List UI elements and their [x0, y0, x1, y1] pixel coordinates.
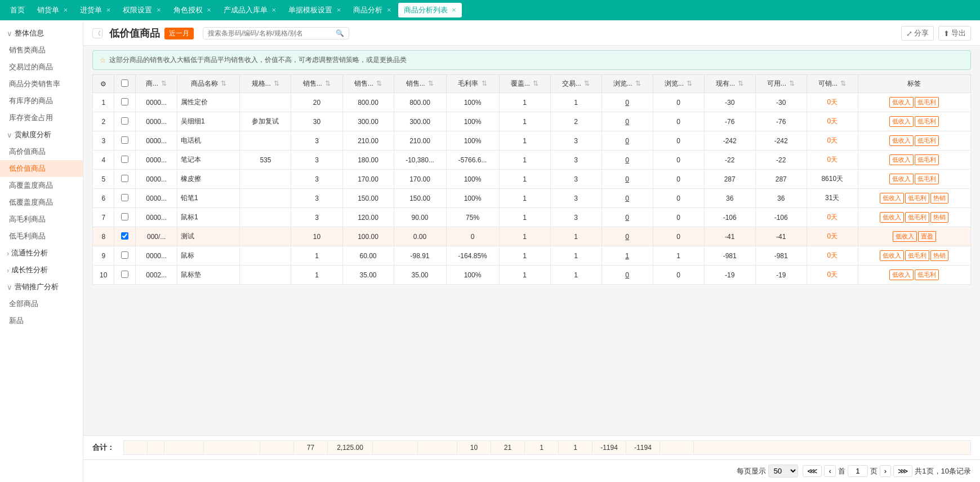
cell-browse1[interactable]: 0 — [602, 266, 653, 285]
col-checkbox[interactable] — [114, 75, 136, 93]
sidebar-item-low-profit[interactable]: 低毛利商品 — [0, 228, 83, 245]
row-checkbox[interactable] — [121, 213, 128, 220]
cell-checkbox[interactable] — [114, 208, 136, 227]
col-settings[interactable]: ⚙ — [93, 75, 114, 93]
col-stock-sell[interactable]: 可销... ⇅ — [807, 75, 858, 93]
share-button[interactable]: ⤢ 分享 — [901, 26, 934, 41]
browse1-link[interactable]: 0 — [625, 194, 629, 202]
browse1-link[interactable]: 0 — [625, 156, 629, 164]
cell-checkbox[interactable] — [114, 112, 136, 131]
row-checkbox[interactable] — [121, 136, 128, 144]
nav-home[interactable]: 首页 — [5, 3, 30, 17]
sidebar-item-high-value[interactable]: 高价值商品 — [0, 143, 83, 160]
cell-browse1[interactable]: 0 — [602, 112, 653, 131]
row-checkbox[interactable] — [121, 175, 128, 182]
row-checkbox[interactable] — [121, 98, 128, 105]
sidebar-group-growth[interactable]: ›成长性分析 — [0, 262, 83, 278]
col-name[interactable]: 商品名称 ⇅ — [177, 75, 239, 93]
cell-browse1[interactable]: 1 — [602, 246, 653, 266]
cell-browse1[interactable]: 0 — [602, 170, 653, 189]
nav-sales[interactable]: 销货单 × — [32, 3, 73, 17]
col-code[interactable]: 商... ⇅ — [136, 75, 177, 93]
browse1-link[interactable]: 0 — [625, 175, 629, 183]
row-checkbox[interactable] — [121, 271, 128, 278]
select-all-checkbox[interactable] — [121, 79, 128, 87]
cell-browse1[interactable]: 0 — [602, 227, 653, 246]
col-cover[interactable]: 覆盖... ⇅ — [499, 75, 550, 93]
export-button[interactable]: ⬆ 导出 — [938, 26, 971, 41]
sidebar-group-contribution[interactable]: ∨贡献度分析 — [0, 126, 83, 143]
page-number-input[interactable] — [848, 465, 868, 477]
cell-checkbox[interactable] — [114, 266, 136, 285]
sidebar-item-low-value[interactable]: 低价值商品 — [0, 160, 83, 177]
sidebar-item-stock-goods[interactable]: 有库序的商品 — [0, 92, 83, 109]
col-stock-avail[interactable]: 可用... ⇅ — [755, 75, 807, 93]
last-page-button[interactable]: ⋙ — [893, 465, 912, 477]
cell-checkbox[interactable] — [114, 131, 136, 151]
sidebar-item-low-coverage[interactable]: 低覆盖度商品 — [0, 194, 83, 211]
close-icon[interactable]: × — [387, 6, 391, 14]
browse1-link[interactable]: 0 — [625, 233, 629, 241]
sidebar-item-high-coverage[interactable]: 高覆盖度商品 — [0, 177, 83, 194]
row-checkbox[interactable] — [121, 251, 128, 259]
close-icon[interactable]: × — [337, 6, 341, 14]
first-page-button[interactable]: ⋘ — [803, 465, 822, 477]
row-checkbox[interactable] — [121, 232, 128, 240]
cell-browse1[interactable]: 0 — [602, 208, 653, 227]
collapse-sidebar-button[interactable]: 《 — [92, 28, 103, 38]
cell-checkbox[interactable] — [114, 227, 136, 246]
browse1-link[interactable]: 0 — [625, 214, 629, 222]
sidebar-group-marketing[interactable]: ∨营销推广分析 — [0, 278, 83, 295]
browse1-link[interactable]: 0 — [625, 271, 629, 279]
row-checkbox[interactable] — [121, 194, 128, 201]
close-icon[interactable]: × — [157, 6, 161, 14]
cell-browse1[interactable]: 0 — [602, 93, 653, 112]
sidebar-item-new-goods[interactable]: 新品 — [0, 312, 83, 329]
col-spec[interactable]: 规格... ⇅ — [240, 75, 291, 93]
row-checkbox[interactable] — [121, 156, 128, 163]
sidebar-item-sales-goods[interactable]: 销售类商品 — [0, 42, 83, 59]
col-browse1[interactable]: 浏览... ⇅ — [602, 75, 653, 93]
nav-product-storage[interactable]: 产成品入库单 × — [218, 3, 282, 17]
close-icon[interactable]: × — [452, 6, 456, 14]
row-checkbox[interactable] — [121, 117, 128, 125]
col-sales-avg[interactable]: 销售... ⇅ — [394, 75, 446, 93]
sidebar-item-traded-goods[interactable]: 交易过的商品 — [0, 59, 83, 76]
close-icon[interactable]: × — [207, 6, 211, 14]
nav-template[interactable]: 单据模板设置 × — [283, 3, 346, 17]
nav-purchase[interactable]: 进货单 × — [74, 3, 116, 17]
cell-checkbox[interactable] — [114, 170, 136, 189]
cell-browse1[interactable]: 0 — [602, 151, 653, 170]
col-sales-amt[interactable]: 销售... ⇅ — [342, 75, 394, 93]
period-tag-button[interactable]: 近一月 — [164, 28, 194, 39]
browse1-link[interactable]: 0 — [625, 99, 629, 107]
close-icon[interactable]: × — [64, 6, 68, 14]
cell-browse1[interactable]: 0 — [602, 131, 653, 151]
nav-role[interactable]: 角色授权 × — [168, 3, 217, 17]
sidebar-item-stock-capital[interactable]: 库存资金占用 — [0, 109, 83, 126]
browse1-link[interactable]: 0 — [625, 118, 629, 126]
close-icon[interactable]: × — [272, 6, 277, 14]
col-trade[interactable]: 交易... ⇅ — [550, 75, 602, 93]
browse1-link[interactable]: 0 — [625, 137, 629, 145]
sidebar-item-category-rate[interactable]: 商品分类销售率 — [0, 76, 83, 92]
nav-permission[interactable]: 权限设置 × — [117, 3, 166, 17]
search-input[interactable] — [208, 29, 333, 37]
close-icon[interactable]: × — [106, 6, 111, 14]
sidebar-item-high-profit[interactable]: 高毛利商品 — [0, 211, 83, 228]
col-gross-rate[interactable]: 毛利率 ⇅ — [446, 75, 499, 93]
sidebar-group-overview[interactable]: ∨整体信息 — [0, 25, 83, 42]
nav-analysis[interactable]: 商品分析 × — [348, 3, 397, 17]
cell-checkbox[interactable] — [114, 93, 136, 112]
col-browse2[interactable]: 浏览... ⇅ — [653, 75, 704, 93]
search-icon[interactable]: 🔍 — [336, 29, 344, 37]
nav-analysis-list[interactable]: 商品分析列表 × — [398, 3, 462, 17]
next-page-button[interactable]: › — [880, 465, 891, 477]
cell-checkbox[interactable] — [114, 246, 136, 266]
col-sales-qty[interactable]: 销售... ⇅ — [291, 75, 342, 93]
per-page-select[interactable]: 50 20 100 — [768, 465, 798, 477]
cell-checkbox[interactable] — [114, 151, 136, 170]
sidebar-group-flow[interactable]: ›流通性分析 — [0, 245, 83, 262]
sidebar-item-all-goods[interactable]: 全部商品 — [0, 295, 83, 312]
prev-page-button[interactable]: ‹ — [824, 465, 835, 477]
